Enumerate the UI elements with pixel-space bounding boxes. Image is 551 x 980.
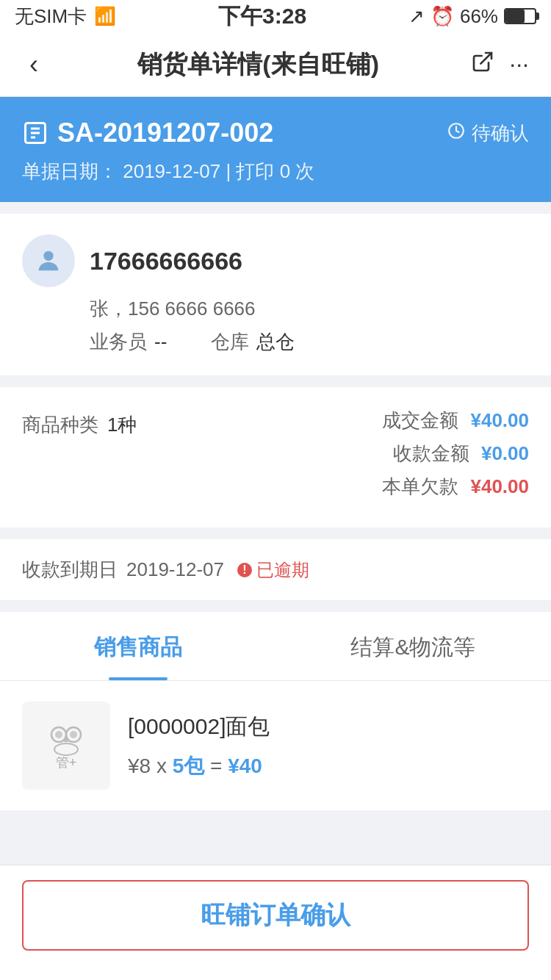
avatar [22, 234, 75, 287]
location-icon: ↗ [408, 5, 425, 28]
outstanding-value: ¥40.00 [470, 475, 529, 498]
svg-line-0 [481, 53, 492, 64]
order-status: 待确认 [447, 120, 529, 146]
product-price-row: ¥8 x 5包 = ¥40 [128, 752, 529, 780]
received-value: ¥0.00 [481, 442, 529, 465]
overdue-badge: ! 已逾期 [237, 558, 309, 582]
received-amount: 收款金额 ¥0.00 [382, 441, 529, 466]
financial-amounts: 成交金额 ¥40.00 收款金额 ¥0.00 本单欠款 ¥40.00 [382, 408, 529, 507]
sales-rep-value: -- [154, 331, 167, 353]
product-total: ¥40 [228, 754, 262, 777]
outstanding-amount: 本单欠款 ¥40.00 [382, 474, 529, 500]
status-bar: 无SIM卡 📶 下午3:28 ↗ ⏰ 66% [0, 0, 551, 32]
svg-point-10 [70, 731, 77, 738]
warehouse-item: 仓库 总仓 [211, 329, 295, 355]
warehouse-label: 仓库 [211, 329, 249, 355]
customer-phone: 17666666666 [90, 247, 242, 275]
more-button[interactable]: ··· [509, 51, 529, 78]
customer-row: 17666666666 [22, 234, 529, 287]
status-bar-time: 下午3:28 [218, 1, 306, 32]
svg-point-9 [55, 731, 62, 738]
bottom-bar: 旺铺订单确认 [0, 865, 551, 980]
product-multiply: x [156, 754, 167, 777]
product-type-label: 商品种类 [22, 412, 98, 438]
transaction-amount: 成交金额 ¥40.00 [382, 408, 529, 433]
battery-percent: 66% [460, 5, 498, 28]
svg-point-6 [43, 251, 53, 261]
due-date-value: 2019-12-07 [126, 558, 224, 581]
share-button[interactable] [471, 50, 494, 79]
wifi-icon: 📶 [94, 6, 116, 26]
order-date-info: 单据日期： 2019-12-07 | 打印 0 次 [22, 159, 529, 184]
customer-name: 张，156 6666 6666 [90, 296, 529, 322]
nav-title: 销货单详情(来自旺铺) [137, 48, 379, 82]
financial-row: 商品种类 1种 成交金额 ¥40.00 收款金额 ¥0.00 本单欠款 ¥40.… [22, 408, 529, 507]
order-icon [22, 120, 48, 146]
battery-icon [504, 8, 536, 24]
warehouse-value: 总仓 [256, 329, 295, 355]
outstanding-label: 本单欠款 [382, 474, 458, 500]
clock-icon [447, 121, 466, 145]
due-section: 收款到期日 2019-12-07 ! 已逾期 [0, 539, 551, 600]
tab-settlement-logistics[interactable]: 结算&物流等 [276, 612, 551, 680]
tab-sales-products[interactable]: 销售商品 [0, 612, 276, 680]
overdue-text: 已逾期 [256, 558, 309, 582]
order-id: SA-20191207-002 [22, 118, 273, 148]
customer-meta: 业务员 -- 仓库 总仓 [90, 329, 529, 355]
status-text: 待确认 [472, 120, 529, 146]
product-type-value: 1种 [107, 412, 137, 438]
received-label: 收款金额 [393, 441, 469, 466]
carrier-label: 无SIM卡 [15, 4, 87, 29]
product-name: [0000002]面包 [128, 712, 529, 742]
product-qty: 5包 [173, 754, 205, 777]
product-type: 商品种类 1种 [22, 408, 137, 438]
tabs-section: 销售商品 结算&物流等 管+ [0, 612, 551, 810]
sales-rep-label: 业务员 [90, 329, 147, 355]
alarm-icon: ⏰ [431, 5, 454, 28]
product-price: ¥8 [128, 754, 151, 777]
product-thumbnail: 管+ [22, 702, 110, 790]
status-bar-left: 无SIM卡 📶 [15, 4, 116, 29]
nav-actions: ··· [471, 50, 529, 79]
financial-section: 商品种类 1种 成交金额 ¥40.00 收款金额 ¥0.00 本单欠款 ¥40.… [0, 387, 551, 527]
product-item: 管+ [0000002]面包 ¥8 x 5包 = ¥40 [0, 681, 551, 810]
confirm-order-button[interactable]: 旺铺订单确认 [22, 880, 529, 951]
back-button[interactable]: ‹ [22, 42, 46, 87]
transaction-value: ¥40.00 [470, 409, 529, 432]
tabs-bar: 销售商品 结算&物流等 [0, 612, 551, 681]
transaction-label: 成交金额 [382, 408, 458, 433]
product-info: [0000002]面包 ¥8 x 5包 = ¥40 [128, 712, 529, 780]
nav-bar: ‹ 销货单详情(来自旺铺) ··· [0, 32, 551, 97]
customer-section: 17666666666 张，156 6666 6666 业务员 -- 仓库 总仓 [0, 214, 551, 375]
product-equals: = [210, 754, 222, 777]
sales-rep-item: 业务员 -- [90, 329, 167, 355]
due-date-label: 收款到期日 [22, 557, 118, 583]
order-header: SA-20191207-002 待确认 单据日期： 2019-12-07 | 打… [0, 97, 551, 202]
status-bar-right: ↗ ⏰ 66% [408, 5, 536, 28]
overdue-icon: ! [237, 563, 252, 577]
product-thumb-owl-icon: 管+ [44, 720, 88, 771]
